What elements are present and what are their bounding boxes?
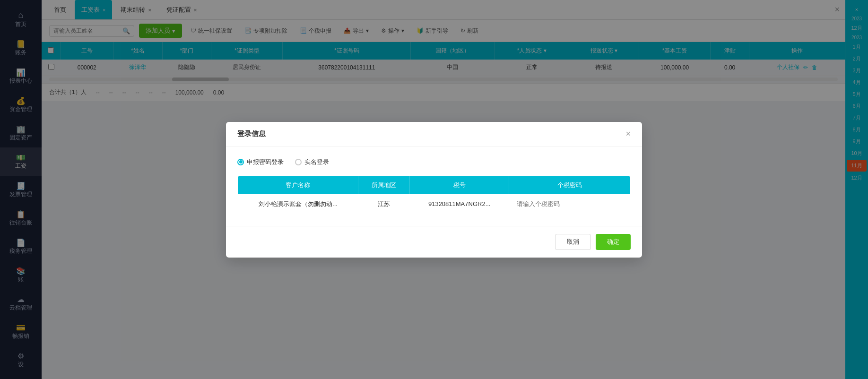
modal-overlay[interactable]: 登录信息 × 申报密码登录 实名登录 客户名称 所属地区 <box>0 0 868 379</box>
modal-body: 申报密码登录 实名登录 客户名称 所属地区 税号 个税密码 <box>226 146 642 226</box>
modal-col-password: 个税密码 <box>509 176 631 194</box>
tax-password-input[interactable] <box>517 200 623 207</box>
modal-login-table: 客户名称 所属地区 税号 个税密码 刘小艳演示账套（勿删勿动... 江苏 913… <box>237 176 631 215</box>
radio-group: 申报密码登录 实名登录 <box>237 158 631 166</box>
radio-realname-dot <box>295 159 302 165</box>
radio-password-dot <box>237 159 244 165</box>
modal-header: 登录信息 × <box>226 122 642 146</box>
cancel-button[interactable]: 取消 <box>555 234 591 250</box>
modal-col-region: 所属地区 <box>358 176 410 194</box>
modal-col-client: 客户名称 <box>238 176 358 194</box>
modal-region: 江苏 <box>358 194 410 215</box>
modal-table-row: 刘小艳演示账套（勿删勿动... 江苏 91320811MA7NGR2... <box>238 194 631 215</box>
radio-password-login[interactable]: 申报密码登录 <box>237 158 284 166</box>
confirm-button[interactable]: 确定 <box>596 234 631 250</box>
modal-col-tax-num: 税号 <box>410 176 509 194</box>
modal-close-button[interactable]: × <box>625 129 631 138</box>
modal-client-name: 刘小艳演示账套（勿删勿动... <box>238 194 358 215</box>
login-modal: 登录信息 × 申报密码登录 实名登录 客户名称 所属地区 <box>226 122 642 258</box>
modal-tax-password-cell[interactable] <box>509 194 631 215</box>
radio-realname-login[interactable]: 实名登录 <box>295 158 329 166</box>
modal-footer: 取消 确定 <box>226 226 642 258</box>
modal-tax-number: 91320811MA7NGR2... <box>410 194 509 215</box>
modal-title: 登录信息 <box>237 129 266 138</box>
